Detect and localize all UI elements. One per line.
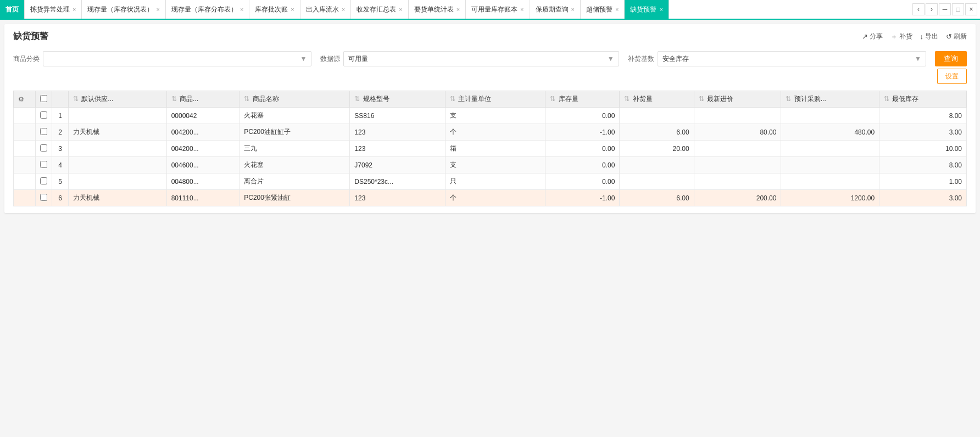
refresh-icon: ↺: [946, 32, 952, 41]
row-settings-cell: [14, 124, 36, 141]
arrow-right-icon: ›: [931, 5, 933, 13]
tab-inout-flow[interactable]: 出入库流水 ×: [300, 0, 351, 19]
row-num-cell: 4: [52, 157, 69, 173]
table-row: 2 力天机械 004200... PC200油缸缸子 123 个 -1.00 6…: [14, 124, 967, 141]
col-header-replenish-qty: ⇅ 补货量: [620, 91, 694, 108]
row-check-cell: [36, 124, 52, 141]
table-row: 6 力天机械 801110... PC200张紧油缸 123 个 -1.00 6…: [14, 190, 967, 206]
tab-batch-account-label: 库存批次账: [255, 5, 288, 14]
col-header-spec: ⇅ 规格型号: [350, 91, 445, 108]
window-close[interactable]: ×: [965, 3, 977, 15]
tab-inventory-dist[interactable]: 现存量（库存分布表） ×: [166, 0, 249, 19]
row-num-cell: 2: [52, 124, 69, 141]
row-unit-cell: 个: [445, 124, 545, 141]
row-checkbox-2[interactable]: [40, 144, 47, 152]
row-supplier-cell: [69, 173, 167, 190]
tab-scroll-right[interactable]: ›: [926, 3, 938, 15]
tab-abnormal-close[interactable]: ×: [73, 6, 76, 13]
tab-batch-account-close[interactable]: ×: [291, 6, 294, 13]
sort-stock-icon: ⇅: [550, 95, 555, 103]
row-min-stock-cell: 3.00: [879, 190, 967, 206]
settings-button[interactable]: 设置: [937, 69, 967, 84]
row-product-code-cell: 004200...: [166, 141, 240, 157]
sort-spec-icon: ⇅: [354, 95, 360, 103]
category-select[interactable]: ▼: [43, 51, 311, 66]
tab-req-stats-label: 要货单统计表: [414, 5, 454, 14]
row-min-stock-cell: 8.00: [879, 157, 967, 173]
tab-avail-ledger-close[interactable]: ×: [520, 6, 524, 13]
row-checkbox-0[interactable]: [40, 111, 47, 119]
tab-overstock-warn-label: 超储预警: [586, 5, 612, 14]
replenish-button[interactable]: ＋ 补货: [890, 32, 912, 42]
tab-receive-summary[interactable]: 收发存汇总表 ×: [351, 0, 408, 19]
tab-expiry-query-close[interactable]: ×: [571, 6, 575, 13]
row-unit-cell: 箱: [445, 141, 545, 157]
sort-min-icon: ⇅: [884, 95, 889, 103]
row-product-code-cell: 004200...: [166, 124, 240, 141]
datasource-select[interactable]: 可用量 ▼: [343, 51, 619, 66]
row-check-cell: [36, 173, 52, 190]
col-header-stock: ⇅ 库存量: [545, 91, 620, 108]
row-latest-price-cell: 200.00: [694, 190, 781, 206]
row-replenish-qty-cell: [620, 173, 694, 190]
tab-req-stats[interactable]: 要货单统计表 ×: [409, 0, 466, 19]
tab-shortage-warn[interactable]: 缺货预警 ×: [625, 0, 669, 19]
table-row: 4 004600... 火花塞 J7092 支 0.00 8.00: [14, 157, 967, 173]
tab-overstock-warn-close[interactable]: ×: [615, 6, 619, 13]
row-checkbox-3[interactable]: [40, 161, 47, 168]
window-minimize[interactable]: ─: [939, 3, 951, 15]
tab-shortage-warn-label: 缺货预警: [630, 5, 656, 14]
row-settings-cell: [14, 141, 36, 157]
row-stock-cell: 0.00: [545, 108, 620, 124]
row-unit-cell: 个: [445, 190, 545, 206]
tab-expiry-query[interactable]: 保质期查询 ×: [530, 0, 581, 19]
replenish-base-select-value: 安全库存: [662, 54, 689, 64]
table-gear-icon[interactable]: ⚙: [18, 96, 24, 103]
tab-abnormal[interactable]: 拣货异常处理 ×: [25, 0, 82, 19]
tab-overstock-warn[interactable]: 超储预警 ×: [581, 0, 625, 19]
replenish-base-select[interactable]: 安全库存 ▼: [658, 51, 926, 66]
tab-batch-account[interactable]: 库存批次账 ×: [249, 0, 300, 19]
row-product-name-cell: PC200张紧油缸: [240, 190, 350, 206]
tab-inout-flow-label: 出入库流水: [306, 5, 339, 14]
datasource-select-value: 可用量: [348, 54, 368, 64]
tab-shortage-warn-close[interactable]: ×: [659, 6, 662, 13]
refresh-button[interactable]: ↺ 刷新: [946, 32, 967, 41]
row-checkbox-1[interactable]: [40, 128, 47, 135]
query-button[interactable]: 查询: [935, 51, 967, 66]
row-spec-cell: 123: [350, 190, 445, 206]
export-button[interactable]: ↓ 导出: [920, 32, 939, 41]
row-replenish-qty-cell: 6.00: [620, 124, 694, 141]
tab-expiry-query-label: 保质期查询: [536, 5, 569, 14]
sort-name-icon: ⇅: [244, 95, 249, 103]
table-header-row: ⚙ ⇅ 默认供应... ⇅ 商品... ⇅ 商品名称: [14, 91, 967, 108]
tab-inventory-status-close[interactable]: ×: [156, 6, 159, 13]
tab-receive-summary-close[interactable]: ×: [399, 6, 402, 13]
tab-avail-ledger[interactable]: 可用量库存账本 ×: [466, 0, 530, 19]
col-header-product-code: ⇅ 商品...: [166, 91, 240, 108]
share-button[interactable]: ↗ 分享: [862, 32, 883, 41]
tab-receive-summary-label: 收发存汇总表: [357, 5, 396, 14]
col-header-supplier: ⇅ 默认供应...: [69, 91, 167, 108]
row-replenish-qty-cell: [620, 108, 694, 124]
tab-req-stats-close[interactable]: ×: [456, 6, 460, 13]
row-stock-cell: -1.00: [545, 190, 620, 206]
row-supplier-cell: [69, 108, 167, 124]
sort-replenish-icon: ⇅: [624, 95, 630, 103]
row-checkbox-4[interactable]: [40, 177, 47, 184]
tab-inventory-status[interactable]: 现存量（库存状况表） ×: [82, 0, 165, 19]
row-product-name-cell: 离合片: [240, 173, 350, 190]
row-settings-cell: [14, 173, 36, 190]
window-maximize[interactable]: □: [952, 3, 964, 15]
select-all-checkbox[interactable]: [40, 95, 47, 102]
row-checkbox-5[interactable]: [40, 194, 47, 201]
tab-inout-flow-close[interactable]: ×: [342, 6, 345, 13]
tab-scroll-left[interactable]: ‹: [912, 3, 925, 15]
tab-inventory-dist-close[interactable]: ×: [240, 6, 243, 13]
close-window-icon: ×: [969, 5, 973, 13]
category-filter-group: 商品分类 ▼: [13, 51, 311, 66]
row-unit-cell: 只: [445, 173, 545, 190]
col-header-num: [52, 91, 69, 108]
tab-home[interactable]: 首页: [0, 0, 25, 19]
row-supplier-cell: [69, 157, 167, 173]
